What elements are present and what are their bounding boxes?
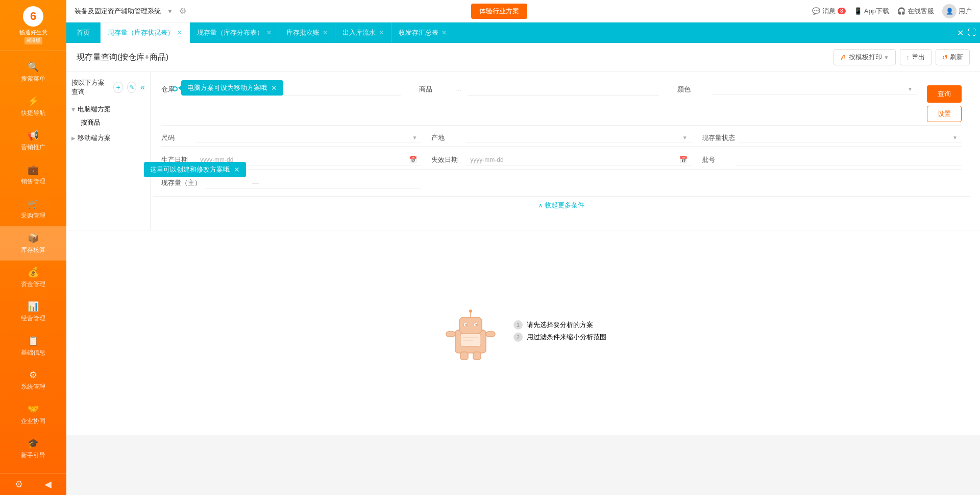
print-dropdown-icon: ▼ — [884, 55, 889, 60]
trial-button[interactable]: 体验行业方案 — [471, 4, 527, 19]
app-download-label: App下载 — [864, 7, 889, 16]
close-tabs-icon[interactable]: ✕ — [957, 28, 964, 38]
tooltip-1-text: 电脑方案可设为移动方案哦 — [187, 83, 267, 92]
refresh-button[interactable]: ↺ 刷新 — [936, 49, 970, 65]
goods-input[interactable] — [468, 83, 658, 96]
tab-inventory-flow[interactable]: 出入库流水 ✕ — [335, 22, 391, 43]
mobile-scheme-group: ▶ 移动端方案 — [71, 131, 145, 145]
collapse-bar[interactable]: ∧ 收起更多条件 — [153, 196, 970, 214]
system-dropdown-icon[interactable]: ▼ — [167, 8, 173, 15]
sidebar-item-basic[interactable]: 📋 基础信息 — [0, 329, 66, 363]
tab-label: 出入库流水 — [342, 28, 376, 37]
tab-inventory-summary[interactable]: 收发存汇总表 ✕ — [391, 22, 454, 43]
back-scheme-button[interactable]: « — [140, 83, 145, 92]
page-actions: 🖨 按模板打印 ▼ ↑ 导出 ↺ 刷新 — [834, 49, 970, 65]
tab-home[interactable]: 首页 — [66, 22, 101, 43]
color-select[interactable]: ▼ — [712, 84, 917, 95]
sidebar-item-label: 搜索菜单 — [21, 75, 45, 83]
edit-scheme-button[interactable]: ✎ — [127, 82, 136, 93]
tabs-bar: 首页 现存量（库存状况表） ✕ 现存量（库存分布表） ✕ 库存批次账 ✕ 出入库… — [66, 22, 980, 43]
quick-nav-icon: ⚡ — [28, 96, 39, 107]
svg-rect-10 — [460, 352, 468, 360]
export-button[interactable]: ↑ 导出 — [900, 49, 932, 65]
tabs-right-actions: ✕ ⛶ — [953, 22, 980, 43]
mobile-scheme-item[interactable]: ▶ 移动端方案 — [71, 131, 145, 145]
size-select[interactable]: ▼ — [196, 133, 421, 143]
empty-state: 1 请先选择要分析的方案 2 用过滤条件来缩小分析范围 — [66, 230, 980, 435]
mobile-icon: 📱 — [854, 7, 862, 15]
collapse-sidebar-icon[interactable]: ◀ — [44, 479, 52, 490]
sidebar-item-quick-nav[interactable]: ⚡ 快捷导航 — [0, 89, 66, 124]
sidebar-item-search-menu[interactable]: 🔍 搜索菜单 — [0, 55, 66, 89]
batch-no-label: 批号 — [702, 155, 732, 164]
stock-status-select[interactable]: ▼ — [739, 133, 962, 143]
desktop-scheme-item[interactable]: ▶ 电脑端方案 — [71, 103, 145, 116]
sidebar-item-guide[interactable]: 🎓 新手引导 — [0, 432, 66, 466]
operation-icon: 📊 — [28, 301, 39, 312]
enterprise-icon: 🤝 — [28, 404, 39, 415]
goods-scheme-item[interactable]: 按商品 — [79, 116, 145, 129]
tab-close-icon[interactable]: ✕ — [379, 29, 384, 36]
export-icon: ↑ — [906, 54, 910, 61]
sidebar-item-label: 营销推广 — [21, 143, 45, 152]
goods-dots[interactable]: ··· — [456, 86, 461, 93]
export-label: 导出 — [912, 53, 925, 62]
header-gear-icon[interactable]: ⚙ — [179, 6, 186, 16]
origin-field: 产地 ▼ — [431, 133, 691, 143]
online-service-action[interactable]: 🎧 在线客服 — [897, 7, 934, 16]
add-scheme-button[interactable]: + — [113, 82, 122, 93]
stock-qty-min-input[interactable] — [209, 179, 250, 186]
basic-icon: 📋 — [28, 335, 39, 346]
page-header: 现存量查询(按仓库+商品) 🖨 按模板打印 ▼ ↑ 导出 ↺ 刷新 — [66, 43, 980, 72]
calendar-icon-prod[interactable]: 📅 — [409, 156, 417, 163]
sidebar-item-system[interactable]: ⚙ 系统管理 — [0, 363, 66, 397]
sidebar-item-label: 经营管理 — [21, 314, 45, 323]
color-dropdown-icon: ▼ — [908, 86, 913, 92]
settings-icon[interactable]: ⚙ — [15, 479, 23, 490]
tab-close-icon[interactable]: ✕ — [442, 29, 447, 36]
sidebar-item-sales[interactable]: 💼 销售管理 — [0, 158, 66, 192]
print-template-button[interactable]: 🖨 按模板打印 ▼ — [834, 49, 896, 65]
tab-close-icon[interactable]: ✕ — [177, 29, 182, 36]
sidebar: 6 畅通好生意 标准版 🔍 搜索菜单 ⚡ 快捷导航 📢 营销推广 💼 销售管理 … — [0, 0, 66, 495]
app-download-action[interactable]: 📱 App下载 — [854, 7, 889, 16]
step-1-text: 请先选择要分析的方案 — [527, 320, 593, 329]
batch-no-input[interactable] — [737, 154, 962, 166]
message-icon: 💬 — [812, 7, 820, 15]
origin-dropdown-icon: ▼ — [682, 135, 688, 140]
stock-status-field: 现存量状态 ▼ — [702, 133, 962, 143]
tooltip-1-close[interactable]: ✕ — [271, 84, 277, 92]
tab-close-icon[interactable]: ✕ — [323, 29, 328, 36]
expiry-date-label: 失效日期 — [431, 155, 462, 164]
origin-select[interactable]: ▼ — [466, 133, 691, 143]
scheme-dot-indicator — [173, 86, 178, 91]
reset-button[interactable]: 设置 — [927, 106, 962, 122]
stock-qty-range[interactable]: — — [205, 177, 421, 189]
maximize-icon[interactable]: ⛶ — [968, 28, 976, 37]
user-action[interactable]: 👤 用户 — [942, 4, 972, 18]
message-action[interactable]: 💬 消息 8 — [812, 7, 846, 16]
app-logo-icon: 6 — [23, 6, 43, 27]
inventory-icon: 📦 — [28, 232, 39, 244]
purchase-icon: 🛒 — [28, 198, 39, 209]
sidebar-item-marketing[interactable]: 📢 营销推广 — [0, 124, 66, 158]
calendar-icon-exp[interactable]: 📅 — [679, 156, 688, 163]
stock-status-dropdown-icon: ▼ — [952, 135, 958, 140]
tooltip-2-close[interactable]: ✕ — [234, 166, 240, 174]
sidebar-item-finance[interactable]: 💰 资金管理 — [0, 261, 66, 295]
tab-inventory-dist[interactable]: 现存量（库存分布表） ✕ — [190, 22, 279, 43]
expiry-date-input[interactable]: yyyy-mm-dd 📅 — [466, 154, 691, 166]
tab-inventory-batch[interactable]: 库存批次账 ✕ — [279, 22, 335, 43]
print-icon: 🖨 — [840, 54, 847, 61]
tab-close-icon[interactable]: ✕ — [266, 29, 272, 36]
sidebar-item-operation[interactable]: 📊 经营管理 — [0, 295, 66, 329]
svg-rect-8 — [446, 332, 455, 337]
scheme-tree: ▶ 电脑端方案 按商品 ▶ 移动端方案 — [71, 103, 145, 145]
page-title: 现存量查询(按仓库+商品) — [77, 52, 168, 63]
tab-inventory-status[interactable]: 现存量（库存状况表） ✕ — [101, 22, 190, 43]
sidebar-item-purchase[interactable]: 🛒 采购管理 — [0, 192, 66, 226]
search-button[interactable]: 查询 — [927, 85, 962, 103]
sidebar-item-enterprise[interactable]: 🤝 企业协同 — [0, 397, 66, 432]
stock-qty-label: 现存量（主） — [161, 178, 201, 187]
sidebar-item-inventory[interactable]: 📦 库存核算 — [0, 226, 66, 261]
